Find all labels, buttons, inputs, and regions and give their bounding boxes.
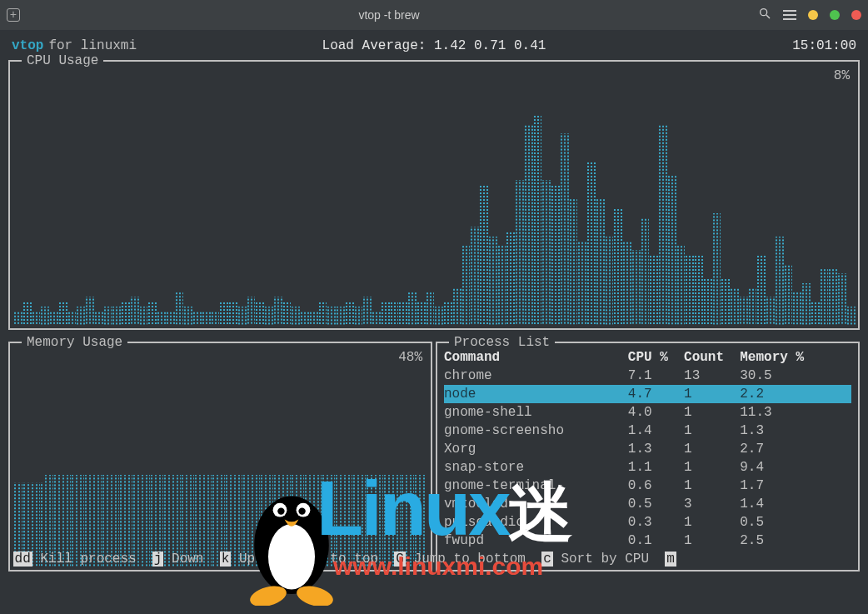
cpu-bar: [291, 307, 300, 325]
cpu-bar: [13, 311, 22, 325]
cpu-bar: [497, 246, 506, 325]
process-row[interactable]: snap-store 1.1 1 9.4: [444, 458, 851, 477]
process-row[interactable]: gnome-shell 4.0 1 11.3: [444, 403, 851, 422]
cpu-bar: [828, 269, 837, 325]
cpu-bar: [748, 287, 757, 325]
search-icon[interactable]: [758, 7, 771, 24]
cpu-bar: [139, 307, 148, 325]
window-titlebar: + vtop -t brew: [0, 0, 868, 30]
cpu-bar: [202, 311, 211, 325]
cpu-bar: [470, 227, 479, 325]
keybind-footer: dd Kill process j Down k Up g Jump to to…: [5, 550, 863, 568]
cpu-bar: [658, 124, 667, 325]
cpu-bar: [622, 241, 631, 325]
cpu-bar: [443, 302, 452, 325]
process-row[interactable]: gnome-screensho 1.4 1 1.3: [444, 422, 851, 440]
svg-point-9: [294, 582, 335, 606]
cpu-usage-panel: CPU Usage 8%: [8, 60, 860, 330]
process-row[interactable]: pulseaudio 0.3 1 0.5: [444, 513, 851, 532]
cpu-bar: [551, 185, 560, 325]
new-tab-icon[interactable]: +: [7, 8, 20, 22]
cpu-bar: [273, 297, 282, 325]
keyhint-key: m: [665, 552, 676, 567]
cpu-bar: [694, 255, 703, 325]
process-row[interactable]: fwupd 0.1 1 2.5: [444, 532, 851, 550]
cpu-bar: [247, 297, 256, 325]
cpu-bar: [345, 302, 354, 325]
cpu-bar: [318, 302, 327, 325]
cpu-bar: [596, 199, 605, 325]
cpu-bar: [112, 307, 121, 325]
cpu-bar: [524, 124, 533, 325]
cpu-bar: [766, 297, 775, 325]
process-panel-title: Process List: [449, 333, 555, 352]
process-row[interactable]: Xorg 1.3 1 2.7: [444, 440, 851, 458]
process-row[interactable]: gnome-terminal- 0.6 1 1.7: [444, 477, 851, 495]
cpu-bar: [354, 307, 363, 325]
minimize-icon[interactable]: [808, 10, 818, 20]
cpu-bar: [515, 180, 524, 325]
cpu-bar: [49, 311, 58, 325]
keyhint-key: j: [152, 552, 164, 567]
cpu-bar: [58, 302, 67, 325]
cpu-bar: [32, 311, 41, 325]
cpu-bar: [631, 250, 641, 325]
cpu-bar: [85, 297, 94, 325]
cpu-bar: [730, 287, 739, 325]
cpu-panel-title: CPU Usage: [22, 52, 103, 70]
maximize-icon[interactable]: [830, 10, 840, 20]
cpu-bar: [309, 311, 318, 325]
cpu-bar: [398, 302, 407, 325]
cpu-bar: [22, 302, 32, 325]
cpu-bar: [837, 273, 846, 325]
close-icon[interactable]: [851, 10, 861, 20]
cpu-bar: [175, 292, 184, 325]
memory-usage-panel: Memory Usage 48%: [8, 342, 432, 572]
cpu-bar: [479, 185, 488, 325]
cpu-bar: [255, 302, 264, 325]
svg-line-1: [766, 15, 770, 18]
cpu-bar: [264, 307, 273, 325]
cpu-bar: [613, 208, 622, 325]
cpu-bar: [667, 176, 676, 325]
cpu-bar: [237, 307, 247, 325]
keyhint-key: k: [220, 552, 232, 567]
cpu-bar: [846, 307, 856, 325]
cpu-bar: [130, 297, 139, 325]
cpu-bar: [157, 311, 166, 325]
menu-icon[interactable]: [783, 10, 796, 20]
cpu-bar: [605, 237, 614, 325]
memory-chart: [13, 375, 427, 567]
svg-point-0: [761, 8, 767, 15]
cpu-bar: [811, 302, 820, 325]
process-row[interactable]: chrome 7.1 13 30.5: [444, 367, 851, 385]
cpu-bar: [586, 162, 596, 325]
keyhint-key: G: [394, 552, 406, 567]
cpu-bar: [756, 255, 766, 325]
cpu-bar: [488, 237, 497, 325]
process-table[interactable]: Command CPU % Count Memory %chrome 7.1 1…: [437, 343, 858, 555]
cpu-bar: [541, 180, 551, 325]
cpu-bar: [426, 292, 435, 325]
cpu-bar: [676, 246, 686, 325]
cpu-bar: [147, 302, 157, 325]
cpu-bar: [712, 213, 721, 325]
cpu-bar: [577, 241, 586, 325]
cpu-bar: [300, 311, 309, 325]
cpu-bar: [211, 311, 220, 325]
cpu-bar: [407, 292, 417, 325]
process-row[interactable]: vmtoolsd 0.5 3 1.4: [444, 495, 851, 513]
cpu-bar: [560, 133, 569, 325]
process-row[interactable]: node 4.7 1 2.2: [444, 385, 851, 403]
cpu-bar: [721, 278, 730, 325]
header-line: vtop for linuxmi Load Average: 1.42 0.71…: [3, 30, 865, 58]
cpu-percent: 8%: [834, 67, 850, 85]
cpu-bar: [390, 302, 399, 325]
cpu-bar: [703, 278, 712, 325]
cpu-bar: [166, 311, 175, 325]
cpu-bar: [282, 302, 292, 325]
cpu-bar: [121, 302, 130, 325]
cpu-bar: [739, 297, 748, 325]
cpu-bar: [94, 311, 103, 325]
cpu-bar: [685, 255, 694, 325]
